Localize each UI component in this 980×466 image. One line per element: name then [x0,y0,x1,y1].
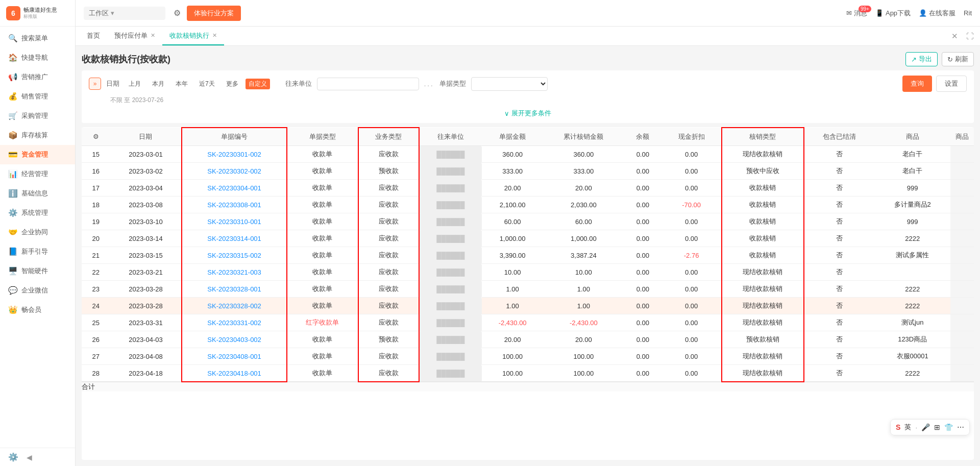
th-verify-amount: 累计核销金额 [543,128,624,146]
order-no-link[interactable]: SK-20230308-001 [207,201,261,209]
cell-balance: 0.00 [624,163,662,180]
filter-expand-button[interactable]: » [89,78,101,90]
app-download-button[interactable]: 📱 App下载 [875,9,911,18]
date-prev-month[interactable]: 上月 [125,78,145,90]
service-button[interactable]: 👤 在线客服 [919,9,955,18]
sidebar-item-guide[interactable]: 📘 新手引导 [0,242,75,261]
user-name[interactable]: Rit [964,9,972,17]
cell-verify-amount: 100.00 [543,365,624,382]
date-custom[interactable]: 自定义 [246,79,270,89]
sidebar-item-marketing[interactable]: 📢 营销推广 [0,67,75,87]
prepay-tab-close[interactable]: ✕ [151,32,155,39]
order-no-link[interactable]: SK-20230315-002 [207,252,261,259]
sidebar-item-purchase[interactable]: 🛒 采购管理 [0,106,75,126]
workspace-selector[interactable]: 工作区 ▾ [84,7,165,20]
sidebar: 6 畅康道好生意 标推版 🔍 搜索菜单 🏠 快捷导航 📢 营销推广 💰 销售管理… [0,0,76,466]
cell-order-no[interactable]: SK-20230301-002 [182,146,286,163]
order-no-link[interactable]: SK-20230310-001 [207,218,261,226]
order-no-link[interactable]: SK-20230408-001 [207,353,261,360]
cell-seq: 22 [82,264,110,281]
order-no-link[interactable]: SK-20230314-001 [207,235,261,242]
tab-prepay[interactable]: 预付应付单 ✕ [107,27,162,45]
sidebar-item-member[interactable]: 👑 畅会员 [0,300,75,320]
sidebar-item-hardware[interactable]: 🖥️ 智能硬件 [0,261,75,281]
cell-goods: 老白干 [874,146,950,163]
settings-icon[interactable]: ⚙️ [8,452,18,462]
solution-button[interactable]: 体验行业方案 [187,6,241,21]
sidebar-item-search[interactable]: 🔍 搜索菜单 [0,29,75,48]
cell-order-no[interactable]: SK-20230314-001 [182,230,286,247]
date-this-year[interactable]: 本年 [172,78,192,90]
cell-verify-type: 现结收款核销 [722,365,804,382]
close-tab-icon[interactable]: ✕ [949,30,960,43]
sidebar-item-corp[interactable]: 🤝 企业协同 [0,223,75,242]
footer-order-no [182,382,286,391]
order-no-link[interactable]: SK-20230328-002 [207,302,261,310]
sidebar-item-wechat[interactable]: 💬 企业微信 [0,281,75,300]
cell-order-no[interactable]: SK-20230403-002 [182,331,286,348]
refresh-button[interactable]: ↻ 刷新 [942,52,974,66]
cell-order-no[interactable]: SK-20230302-002 [182,163,286,180]
sidebar-item-system[interactable]: ⚙️ 系统管理 [0,203,75,223]
cell-biz-type: 预收款 [358,331,419,348]
cell-verify-type: 收款核销 [722,180,804,197]
cell-balance: 0.00 [624,314,662,331]
cell-order-no[interactable]: SK-20230308-001 [182,197,286,213]
order-no-link[interactable]: SK-20230403-002 [207,336,261,344]
order-no-link[interactable]: SK-20230321-003 [207,268,261,276]
cell-order-no[interactable]: SK-20230328-002 [182,298,286,314]
cell-goods: 老白干 [874,163,950,180]
more-icon[interactable]: ⋯ [957,423,964,431]
order-no-link[interactable]: SK-20230302-002 [207,167,261,175]
cell-order-no[interactable]: SK-20230418-001 [182,365,286,382]
cell-bill-type: 收款单 [287,146,358,163]
cell-counterpart: ██████ [419,348,482,365]
grid-icon[interactable]: ⊞ [934,423,940,431]
sidebar-bottom: ⚙️ ◀ [0,448,75,466]
query-button[interactable]: 查询 [902,76,932,92]
sidebar-item-sales[interactable]: 💰 销售管理 [0,87,75,106]
cell-biz-type: 应收款 [358,247,419,264]
filter-expand-more[interactable]: ∨ 展开更多条件 [89,109,967,118]
cell-order-no[interactable]: SK-20230331-002 [182,314,286,331]
date-last-7days[interactable]: 近7天 [195,78,219,90]
filter-row-1: » 日期 上月 本月 本年 近7天 更多 自定义 往来单位 ... 单据类型 [89,76,967,92]
order-no-link[interactable]: SK-20230301-002 [207,151,261,158]
receipt-type-select[interactable] [471,77,548,91]
sales-icon: 💰 [8,92,17,101]
export-button[interactable]: ↗ 导出 [905,52,938,66]
cell-order-no[interactable]: SK-20230408-001 [182,348,286,365]
sidebar-item-operations[interactable]: 📊 经营管理 [0,164,75,184]
order-no-link[interactable]: SK-20230304-001 [207,184,261,192]
shirt-icon[interactable]: 👕 [944,423,953,431]
cell-order-no[interactable]: SK-20230304-001 [182,180,286,197]
order-no-link[interactable]: SK-20230418-001 [207,370,261,377]
message-button[interactable]: ✉ 消息 99+ [846,9,867,18]
sidebar-item-inventory[interactable]: 📦 库存核算 [0,126,75,145]
cell-order-no[interactable]: SK-20230328-001 [182,281,286,298]
settings-gear-icon[interactable]: ⚙ [174,8,181,18]
cell-order-no[interactable]: SK-20230321-003 [182,264,286,281]
expand-tab-icon[interactable]: ⛶ [964,30,976,43]
tab-verify[interactable]: 收款核销执行 ✕ [162,27,224,45]
sidebar-item-finance[interactable]: 💳 资金管理 [0,145,75,164]
sidebar-item-quick-nav[interactable]: 🏠 快捷导航 [0,48,75,67]
cell-date: 2023-03-28 [110,281,182,298]
verify-tab-label: 收款核销执行 [169,31,209,40]
counterpart-input[interactable] [317,78,419,90]
cell-order-no[interactable]: SK-20230310-001 [182,213,286,230]
collapse-icon[interactable]: ◀ [27,453,32,461]
order-no-link[interactable]: SK-20230328-001 [207,285,261,293]
cell-verify-amount: 10.00 [543,264,624,281]
mic-icon[interactable]: 🎤 [921,423,930,431]
date-this-month[interactable]: 本月 [148,78,168,90]
th-verify-type: 核销类型 [722,128,804,146]
cell-order-no[interactable]: SK-20230315-002 [182,247,286,264]
tab-home[interactable]: 首页 [80,27,107,45]
cell-date: 2023-04-03 [110,331,182,348]
sidebar-item-basics[interactable]: ℹ️ 基础信息 [0,184,75,203]
order-no-link[interactable]: SK-20230331-002 [207,319,261,327]
date-more[interactable]: 更多 [222,78,242,90]
setting-button[interactable]: 设置 [936,76,967,92]
verify-tab-close[interactable]: ✕ [212,32,217,39]
